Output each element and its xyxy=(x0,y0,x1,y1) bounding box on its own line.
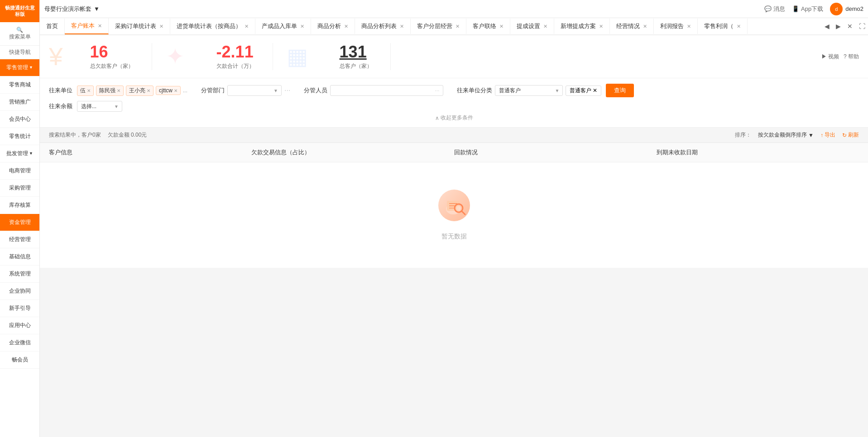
sidebar-item-label: 零售管理 xyxy=(6,64,28,71)
sidebar-item-retail-mall[interactable]: 零售商城 xyxy=(0,76,39,94)
tag-remove-icon[interactable]: ✕ xyxy=(87,88,91,93)
empty-illustration xyxy=(436,190,472,226)
sidebar-item-finance[interactable]: 资金管理 xyxy=(0,214,39,231)
dropdown-icon: ▼ xyxy=(94,5,100,12)
sidebar-item-wechat[interactable]: 企业微信 xyxy=(0,334,39,352)
sidebar-item-system[interactable]: 系统管理 xyxy=(0,266,39,283)
close-icon[interactable]: ✕ xyxy=(159,24,163,29)
sidebar-item-retail-stats[interactable]: 零售统计 xyxy=(0,128,39,145)
sort-label: 排序： xyxy=(735,131,751,139)
result-bar-left: 搜索结果中，客户0家 欠款金额 0.00元 xyxy=(49,131,147,139)
close-icon[interactable]: ✕ xyxy=(643,24,647,29)
category-tag[interactable]: 普通客户 ✕ xyxy=(566,86,601,96)
close-icon[interactable]: ✕ xyxy=(344,24,348,29)
filter-tag-cjttcw[interactable]: cjttcw ✕ xyxy=(156,86,181,95)
close-icon[interactable]: ✕ xyxy=(98,23,102,29)
sidebar-item-retail[interactable]: 零售管理 ▼ xyxy=(0,59,39,76)
category-select[interactable]: 普通客户 xyxy=(495,85,563,96)
sidebar-item-enterprise[interactable]: 企业协同 xyxy=(0,283,39,300)
tab-home[interactable]: 首页 xyxy=(40,19,65,34)
tab-inbound-stats[interactable]: 进货单统计表（按商品） ✕ xyxy=(170,19,255,34)
tab-customer-contact[interactable]: 客户联络 ✕ xyxy=(466,19,510,34)
sidebar-item-member[interactable]: 会员中心 xyxy=(0,111,39,128)
tab-new-increase[interactable]: 新增提成方案 ✕ xyxy=(554,19,610,34)
dept-select[interactable] xyxy=(227,85,282,96)
export-btn[interactable]: ↑ 导出 xyxy=(820,131,835,139)
close-icon[interactable]: ✕ xyxy=(400,24,404,29)
sidebar-item-purchase[interactable]: 采购管理 xyxy=(0,180,39,197)
close-icon[interactable]: ✕ xyxy=(499,24,504,29)
close-icon[interactable]: ✕ xyxy=(245,24,249,29)
help-btn[interactable]: ? 帮助 xyxy=(844,53,859,61)
query-button[interactable]: 查询 xyxy=(606,84,634,97)
tab-goods-analysis[interactable]: 商品分析 ✕ xyxy=(311,19,355,34)
logo[interactable]: 畅捷通好生意 标版 xyxy=(0,0,39,22)
tab-produce-inbound[interactable]: 产成品入库单 ✕ xyxy=(255,19,311,34)
tab-retail-profit[interactable]: 零售利润（ ✕ xyxy=(698,19,748,34)
tab-remind-settings[interactable]: 提成设置 ✕ xyxy=(510,19,554,34)
stat-icon-diamond: ✦ xyxy=(166,43,185,70)
sidebar-item-search[interactable]: 🔍 搜索菜单 xyxy=(0,22,39,46)
close-icon[interactable]: ✕ xyxy=(543,24,547,29)
tab-operation-status[interactable]: 经营情况 ✕ xyxy=(610,19,654,34)
filter-tag-wang[interactable]: 王小亮 ✕ xyxy=(126,86,153,96)
stat-label-total-customers: 总客户（家） xyxy=(340,62,372,70)
people-more-icon[interactable]: ··· xyxy=(435,87,439,94)
sidebar-item-inventory[interactable]: 库存核算 xyxy=(0,197,39,214)
tag-remove-icon[interactable]: ✕ xyxy=(147,88,150,93)
tab-profit-report[interactable]: 利润报告 ✕ xyxy=(654,19,698,34)
sidebar-item-quick-nav[interactable]: 快捷导航 xyxy=(0,46,39,59)
close-icon[interactable]: ✕ xyxy=(300,24,304,29)
message-btn[interactable]: 💬 消息 xyxy=(764,5,785,13)
sidebar-item-label: 会员中心 xyxy=(9,116,31,122)
sidebar-item-new-guide[interactable]: 新手引导 xyxy=(0,300,39,317)
stats-help: ▶ 视频 ? 帮助 xyxy=(821,53,859,61)
close-icon[interactable]: ✕ xyxy=(456,24,460,29)
tag-remove-icon[interactable]: ✕ xyxy=(174,88,177,93)
sidebar-item-member2[interactable]: 畅会员 xyxy=(0,352,39,369)
tab-label: 客户联络 xyxy=(473,22,496,30)
tab-purchase-order[interactable]: 采购订单统计表 ✕ xyxy=(109,19,170,34)
account-selector[interactable]: 母婴行业演示帐套 ▼ xyxy=(44,5,100,13)
dept-clear-icon[interactable]: ··· xyxy=(284,86,290,95)
sidebar-item-app-center[interactable]: 应用中心 xyxy=(0,317,39,334)
main-area: 母婴行业演示帐套 ▼ 💬 消息 📱 App下载 d demo2 首页 客户账本 … xyxy=(40,0,868,437)
sidebar-item-label: 零售商城 xyxy=(9,81,31,88)
close-icon[interactable]: ✕ xyxy=(599,24,603,29)
filter-tag-wu[interactable]: 伍 ✕ xyxy=(77,86,94,96)
tab-next-btn[interactable]: ▶ xyxy=(833,19,844,33)
tag-label: 陈民强 xyxy=(99,87,115,95)
close-icon[interactable]: ✕ xyxy=(687,24,691,29)
filter-tag-chen[interactable]: 陈民强 ✕ xyxy=(96,86,124,96)
collapse-btn[interactable]: ∧ 收起更多条件 xyxy=(49,114,859,122)
sidebar-item-ecommerce[interactable]: 电商管理 xyxy=(0,162,39,180)
category-tag-remove-icon[interactable]: ✕ xyxy=(593,87,597,94)
close-icon[interactable]: ✕ xyxy=(737,24,741,29)
tab-customer-account[interactable]: 客户账本 ✕ xyxy=(65,18,109,34)
people-input[interactable]: ··· xyxy=(330,85,443,96)
tab-fullscreen-btn[interactable]: ⛶ xyxy=(856,19,868,33)
sidebar-item-operation[interactable]: 经营管理 xyxy=(0,231,39,248)
debt-amount-text: 欠款金额 0.00元 xyxy=(108,131,147,139)
tag-remove-icon[interactable]: ✕ xyxy=(117,88,120,93)
balance-filter-label: 往来余额 xyxy=(49,102,72,110)
sidebar-item-marketing[interactable]: 营销推广 xyxy=(0,94,39,111)
tab-prev-btn[interactable]: ◀ xyxy=(822,19,832,33)
balance-select[interactable]: 选择... xyxy=(77,101,122,112)
tab-goods-analysis-list[interactable]: 商品分析列表 ✕ xyxy=(355,19,411,34)
chevron-down-icon: ▼ xyxy=(808,132,814,138)
sidebar-item-wholesale[interactable]: 批发管理 ▼ xyxy=(0,145,39,162)
video-help-btn[interactable]: ▶ 视频 xyxy=(821,53,839,61)
people-filter-label: 分管人员 xyxy=(304,86,327,95)
table-header: 客户信息 欠款交易信息（占比） 回款情况 到期未收款日期 xyxy=(40,143,868,162)
refresh-btn[interactable]: ↻ 刷新 xyxy=(842,131,859,139)
sort-select[interactable]: 按欠款金额倒序排序 ▼ xyxy=(758,131,814,139)
tab-customer-tier[interactable]: 客户分层经营 ✕ xyxy=(411,19,466,34)
filter-more-btn[interactable]: ... xyxy=(183,87,187,94)
user-area[interactable]: d demo2 xyxy=(830,3,863,15)
tab-close-all-btn[interactable]: ✕ xyxy=(844,19,855,33)
logo-text: 畅捷通好生意 标版 xyxy=(4,5,36,18)
app-download-btn[interactable]: 📱 App下载 xyxy=(792,5,823,13)
tab-label: 商品分析列表 xyxy=(361,22,397,30)
sidebar-item-basic-info[interactable]: 基础信息 xyxy=(0,248,39,266)
